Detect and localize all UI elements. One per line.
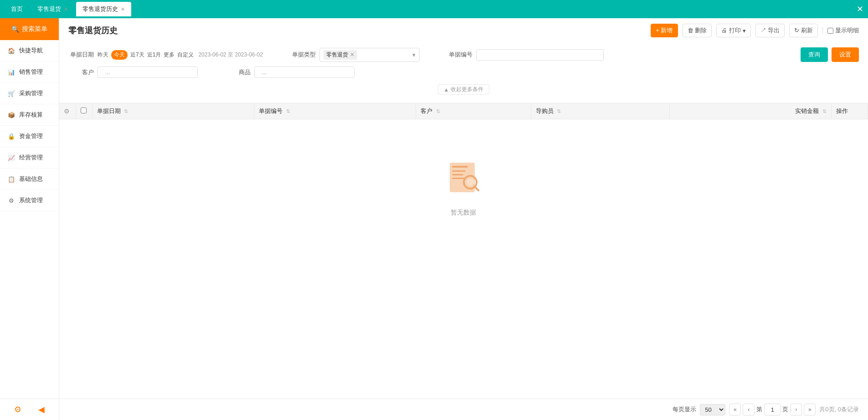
- filter-docnumber-input[interactable]: [476, 49, 604, 61]
- page-number-input[interactable]: [764, 404, 781, 415]
- filter-date-item: 单据日期 昨天 今天 近7天 近1月 更多 自定义 2023-06-02 至 2…: [68, 50, 263, 60]
- filter-goods-input[interactable]: ...: [254, 67, 354, 78]
- col-doc-number[interactable]: 单据编号 ⇅: [254, 103, 416, 119]
- export-button[interactable]: ↗ 导出: [755, 24, 785, 37]
- delete-button[interactable]: 🗑 删除: [683, 24, 712, 37]
- display-detail-input[interactable]: [827, 28, 833, 34]
- filter-date-label: 单据日期: [68, 51, 94, 59]
- filter-customer-input[interactable]: ...: [98, 67, 198, 78]
- query-action-area: 查询 设置: [801, 47, 859, 62]
- query-button[interactable]: 查询: [801, 47, 828, 62]
- quick-nav-icon: 🏠: [7, 46, 15, 55]
- sidebar-menu: 🏠 快捷导航 📊 销售管理 🛒 采购管理 📦 库存核算 🔒 资金管理 📈: [0, 40, 59, 399]
- sidebar-item-inventory-label: 库存核算: [19, 111, 43, 119]
- sales-mgmt-icon: 📊: [7, 68, 15, 76]
- print-button[interactable]: 🖨 打印 ▾: [716, 24, 751, 37]
- col-guide-sort: ⇅: [557, 108, 561, 114]
- search-icon: 🔍: [11, 26, 19, 33]
- sidebar-item-system-mgmt-label: 系统管理: [19, 196, 43, 205]
- empty-state-icon: [441, 156, 486, 201]
- tab-retail-return-close[interactable]: ✕: [64, 6, 68, 12]
- sidebar-item-operations-mgmt[interactable]: 📈 经营管理: [0, 147, 59, 169]
- select-all-checkbox[interactable]: [81, 108, 87, 113]
- sidebar-item-finance-mgmt[interactable]: 🔒 资金管理: [0, 126, 59, 147]
- sidebar-item-quick-nav[interactable]: 🏠 快捷导航: [0, 40, 59, 61]
- empty-state: 暂无数据: [59, 119, 868, 253]
- filter-docnumber-label: 单据编号: [447, 51, 473, 59]
- page-first-button[interactable]: «: [729, 404, 741, 415]
- page-last-button[interactable]: »: [804, 404, 816, 415]
- operations-mgmt-icon: 📈: [7, 154, 15, 162]
- collapse-button[interactable]: ▲ 收起更多条件: [438, 84, 490, 95]
- pagination-nav: « ‹ 第 页 › »: [729, 404, 816, 415]
- filter-docnumber-item: 单据编号: [447, 49, 604, 61]
- setting-button[interactable]: 设置: [832, 47, 859, 62]
- date-custom[interactable]: 自定义: [177, 51, 194, 59]
- sidebar-item-operations-mgmt-label: 经营管理: [19, 154, 43, 162]
- purchase-mgmt-icon: 🛒: [7, 89, 15, 97]
- col-doc-date[interactable]: 单据日期 ⇅: [92, 103, 254, 119]
- col-doc-date-label: 单据日期: [97, 108, 121, 114]
- toolbar: + 新增 🗑 删除 🖨 打印 ▾ ↗ 导出 ↻ 刷新 显示明细: [651, 24, 859, 37]
- sidebar-search[interactable]: 🔍 搜索菜单: [0, 18, 59, 40]
- col-operation: 操作: [832, 103, 868, 119]
- svg-rect-2: [452, 170, 466, 172]
- basic-info-icon: 📋: [7, 175, 15, 183]
- refresh-button[interactable]: ↻ 刷新: [789, 24, 818, 37]
- table-header: ⚙ 单据日期 ⇅ 单据编号 ⇅: [59, 103, 868, 119]
- svg-point-7: [467, 179, 474, 186]
- data-table: ⚙ 单据日期 ⇅ 单据编号 ⇅: [59, 103, 868, 253]
- filter-area: 单据日期 昨天 今天 近7天 近1月 更多 自定义 2023-06-02 至 2…: [68, 43, 859, 103]
- date-week[interactable]: 近7天: [130, 51, 144, 59]
- inventory-icon: 📦: [7, 111, 15, 119]
- tab-home[interactable]: 首页: [5, 2, 29, 16]
- date-today[interactable]: 今天: [111, 50, 128, 60]
- empty-text: 暂无数据: [451, 209, 476, 217]
- col-customer-label: 客户: [421, 108, 432, 114]
- tab-retail-return-history-close[interactable]: ✕: [121, 6, 125, 12]
- date-more[interactable]: 更多: [164, 51, 175, 59]
- col-doc-date-sort: ⇅: [124, 108, 128, 114]
- sidebar: 🔍 搜索菜单 🏠 快捷导航 📊 销售管理 🛒 采购管理 📦 库存核算 🔒: [0, 18, 59, 420]
- system-mgmt-icon: ⚙: [7, 196, 15, 205]
- window-close-icon[interactable]: ✕: [857, 4, 863, 14]
- tab-retail-return[interactable]: 零售退货 ✕: [31, 2, 74, 16]
- sidebar-item-quick-nav-label: 快捷导航: [19, 46, 43, 55]
- filter-doctype-remove[interactable]: ✕: [350, 51, 354, 58]
- sidebar-menu-icon[interactable]: ◀: [38, 405, 45, 415]
- page-title: 零售退货历史: [68, 25, 118, 36]
- table-body: 暂无数据: [59, 119, 868, 254]
- page-prev-button[interactable]: ‹: [743, 404, 755, 415]
- tab-retail-return-history[interactable]: 零售退货历史 ✕: [76, 2, 131, 16]
- sidebar-item-inventory[interactable]: 📦 库存核算: [0, 104, 59, 126]
- filter-doctype-select[interactable]: 零售退货 ✕ ▾: [319, 48, 420, 62]
- col-actual-amount[interactable]: 实销金额 ⇅: [669, 103, 831, 119]
- page-next-button[interactable]: ›: [790, 404, 802, 415]
- sidebar-item-finance-mgmt-label: 资金管理: [19, 132, 43, 140]
- per-page-select[interactable]: 50 10 20 100: [700, 404, 725, 415]
- date-month[interactable]: 近1月: [147, 51, 161, 59]
- page-text-label: 第: [756, 405, 762, 414]
- svg-line-6: [474, 186, 478, 190]
- sidebar-item-sales-mgmt-label: 销售管理: [19, 68, 43, 76]
- col-guide[interactable]: 导购员 ⇅: [531, 103, 669, 119]
- add-button[interactable]: + 新增: [651, 24, 678, 37]
- sidebar-item-sales-mgmt[interactable]: 📊 销售管理: [0, 61, 59, 83]
- empty-cell: 暂无数据: [59, 119, 868, 254]
- col-settings: ⚙: [59, 103, 76, 119]
- filter-goods-dots: ...: [262, 69, 267, 76]
- content-area: 零售退货历史 + 新增 🗑 删除 🖨 打印 ▾ ↗ 导出 ↻ 刷新 显示明细: [59, 18, 868, 420]
- sidebar-settings-icon[interactable]: ⚙: [14, 405, 21, 415]
- toolbar-divider: [822, 27, 823, 34]
- filter-doctype-label: 单据类型: [290, 51, 316, 59]
- sidebar-item-purchase-mgmt[interactable]: 🛒 采购管理: [0, 83, 59, 104]
- date-yesterday[interactable]: 昨天: [98, 51, 108, 59]
- sidebar-item-system-mgmt[interactable]: ⚙ 系统管理: [0, 190, 59, 211]
- display-detail-checkbox[interactable]: 显示明细: [827, 26, 859, 35]
- filter-doctype-item: 单据类型 零售退货 ✕ ▾: [290, 48, 420, 62]
- table-settings-icon[interactable]: ⚙: [64, 108, 70, 115]
- print-button-label: 🖨 打印: [721, 26, 741, 35]
- sidebar-item-basic-info[interactable]: 📋 基础信息: [0, 169, 59, 190]
- collapse-label: 收起更多条件: [451, 86, 483, 93]
- col-customer[interactable]: 客户 ⇅: [416, 103, 531, 119]
